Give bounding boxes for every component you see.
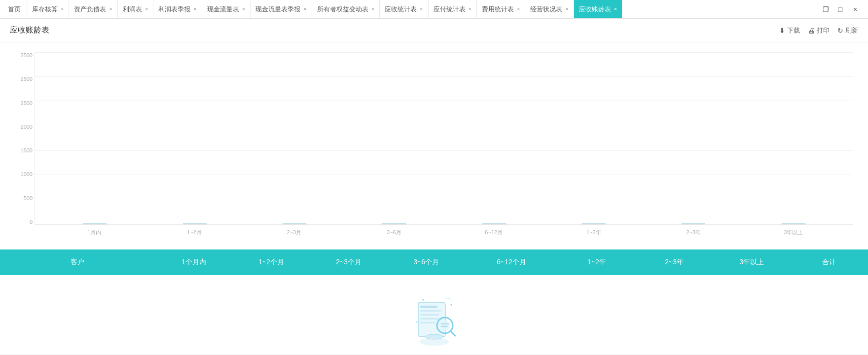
empty-icon	[409, 295, 459, 351]
download-label: 下载	[787, 26, 800, 35]
tab-balance-label: 资产负债表	[74, 5, 106, 14]
tab-equity-label: 所有者权益变动表	[317, 5, 368, 14]
tab-ar-stat[interactable]: 应收统计表 ×	[380, 0, 428, 19]
bar-1-2m	[183, 223, 207, 224]
col-2-3y: 2~3年	[636, 258, 713, 267]
x-label-3-6m: 3~6月	[379, 229, 409, 236]
tab-cashflow-q[interactable]: 现金流量表季报 ×	[251, 0, 312, 19]
x-label-2-3m: 2~3月	[279, 229, 309, 236]
svg-rect-5	[420, 318, 440, 320]
col-3y-plus: 3年以上	[713, 258, 791, 267]
col-customer: 客户	[0, 258, 155, 267]
tab-expense-close[interactable]: ×	[517, 6, 520, 12]
download-icon: ⬇	[779, 27, 785, 35]
tab-ar-age[interactable]: 应收账龄表 ×	[574, 0, 622, 19]
table-header: 客户 1个月内 1~2个月 2~3个月 3~6个月 6~12个月 1~2年 2~…	[0, 249, 868, 275]
print-icon: 🖨	[808, 27, 815, 35]
col-2-3m: 2~3个月	[310, 258, 388, 267]
bars-container	[35, 52, 853, 224]
empty-state	[0, 275, 868, 354]
bar-group-1m	[83, 223, 107, 224]
tab-cashflow[interactable]: 现金流量表 ×	[202, 0, 251, 19]
tab-operation-close[interactable]: ×	[565, 6, 568, 12]
col-total: 合计	[791, 258, 868, 267]
tab-equity[interactable]: 所有者权益变动表 ×	[312, 0, 380, 19]
x-label-1-2m: 1~2月	[180, 229, 209, 236]
bar-group-6-12m	[482, 223, 506, 224]
bar-group-3-6m	[382, 223, 406, 224]
tab-ar-age-label: 应收账龄表	[579, 5, 611, 14]
tab-ap-stat-label: 应付统计表	[434, 5, 466, 14]
col-1m: 1个月内	[155, 258, 232, 267]
x-label-1-2y: 1~2年	[579, 229, 609, 236]
bar-group-3y-plus	[782, 223, 805, 224]
tab-cashflow-q-close[interactable]: ×	[303, 6, 306, 12]
tab-inventory[interactable]: 库存核算 ×	[27, 0, 69, 19]
x-label-2-3y: 2~3年	[679, 229, 708, 236]
tab-profit-q-label: 利润表季报	[158, 5, 190, 14]
y-label-2000: 2000	[21, 124, 33, 130]
tab-balance[interactable]: 资产负债表 ×	[69, 0, 117, 19]
tab-bar: 首页 库存核算 × 资产负债表 × 利润表 × 利润表季报 × 现金流量表 × …	[0, 0, 868, 19]
chart-area: 2500 2500 2500 2000 1500 1000 500 0	[0, 42, 868, 249]
tab-profit-q-close[interactable]: ×	[193, 6, 196, 12]
x-label-6-12m: 6~12月	[479, 229, 508, 236]
bar-group-2-3m	[283, 223, 306, 224]
tab-ap-stat[interactable]: 应付统计表 ×	[429, 0, 477, 19]
x-label-1m: 1月内	[79, 229, 109, 236]
y-label-1000: 1000	[21, 171, 33, 177]
tab-balance-close[interactable]: ×	[109, 6, 112, 12]
svg-rect-6	[420, 322, 435, 323]
tab-inventory-close[interactable]: ×	[61, 6, 64, 12]
bar-1-2y	[582, 223, 606, 224]
svg-rect-3	[420, 310, 441, 312]
restore-button[interactable]: ❐	[819, 2, 832, 16]
tab-profit-q[interactable]: 利润表季报 ×	[153, 0, 202, 19]
svg-line-10	[450, 331, 455, 336]
y-label-500: 500	[24, 195, 33, 201]
refresh-icon: ↻	[837, 27, 843, 35]
tab-profit[interactable]: 利润表 ×	[118, 0, 153, 19]
empty-illustration	[409, 295, 459, 349]
tab-ar-age-close[interactable]: ×	[614, 6, 617, 12]
chart-container: 2500 2500 2500 2000 1500 1000 500 0	[15, 52, 853, 240]
tab-operation-label: 经营状况表	[530, 5, 562, 14]
svg-point-14	[451, 304, 452, 306]
page-title: 应收账龄表	[10, 25, 49, 36]
svg-point-15	[416, 321, 418, 323]
bar-1m	[83, 223, 107, 224]
bar-group-1-2m	[183, 223, 207, 224]
bar-group-1-2y	[582, 223, 606, 224]
close-window-button[interactable]: ×	[848, 2, 862, 16]
tab-expense[interactable]: 费用统计表 ×	[477, 0, 525, 19]
tab-profit-close[interactable]: ×	[145, 6, 148, 12]
y-label-2500-2: 2500	[21, 76, 33, 82]
y-label-1500: 1500	[21, 147, 33, 153]
tab-ap-stat-close[interactable]: ×	[469, 6, 471, 12]
maximize-button[interactable]: □	[833, 2, 847, 16]
svg-rect-2	[420, 306, 437, 308]
refresh-label: 刷新	[845, 26, 858, 35]
x-label-3y-plus: 3年以上	[779, 229, 808, 236]
y-axis: 2500 2500 2500 2000 1500 1000 500 0	[15, 52, 35, 225]
tab-cashflow-q-label: 现金流量表季报	[255, 5, 300, 14]
download-button[interactable]: ⬇ 下载	[779, 26, 800, 35]
tab-bar-actions: ❐ □ ×	[819, 2, 866, 16]
tab-cashflow-close[interactable]: ×	[242, 6, 245, 12]
bar-group-2-3y	[682, 223, 705, 224]
tab-home[interactable]: 首页	[2, 0, 27, 19]
col-1-2y: 1~2年	[558, 258, 635, 267]
tab-inventory-label: 库存核算	[32, 5, 58, 14]
tab-operation[interactable]: 经营状况表 ×	[525, 0, 574, 19]
tab-ar-stat-close[interactable]: ×	[420, 6, 423, 12]
main-content: 2500 2500 2500 2000 1500 1000 500 0	[0, 42, 868, 354]
col-3-6m: 3~6个月	[388, 258, 465, 267]
refresh-button[interactable]: ↻ 刷新	[837, 26, 858, 35]
bar-3-6m	[382, 223, 406, 224]
tab-ar-stat-label: 应收统计表	[385, 5, 417, 14]
x-axis: 1月内 1~2月 2~3月 3~6月 6~12月 1~2年 2~3年 3年以上	[35, 225, 853, 240]
svg-point-9	[439, 320, 450, 331]
tab-equity-close[interactable]: ×	[371, 6, 374, 12]
y-label-0: 0	[30, 219, 33, 225]
print-button[interactable]: 🖨 打印	[808, 26, 830, 35]
